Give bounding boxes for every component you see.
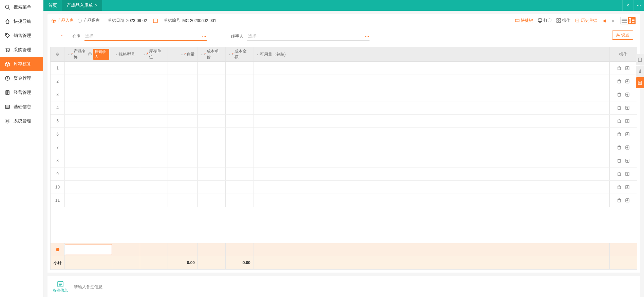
cell-spec[interactable] [112,101,140,114]
side-tab-1[interactable] [636,54,644,65]
add-icon[interactable] [625,132,630,137]
history-button[interactable]: 历史单据 [575,18,597,23]
add-icon[interactable] [625,198,630,203]
cell-available[interactable] [253,75,610,88]
next-arrow-icon[interactable]: ▶ [611,18,615,23]
cell-unit[interactable] [140,101,168,114]
header-cost[interactable]: ▲▼*成本单价 [198,47,226,61]
topbar-more-button[interactable]: ⋯ [633,0,644,11]
table-row[interactable]: 9 [51,167,637,181]
cell-available[interactable] [253,243,610,256]
cell-unit[interactable] [140,181,168,194]
cell-spec[interactable] [112,167,140,180]
cell-available[interactable] [253,154,610,167]
cell-amount[interactable] [226,181,253,194]
shortcut-button[interactable]: 快捷键 [515,18,533,23]
cell-product[interactable] [65,75,112,88]
delete-icon[interactable] [617,132,622,137]
sidebar-item-base[interactable]: 基础信息 [0,100,43,114]
tab-document[interactable]: 产成品入库单 × [62,0,102,11]
cell-unit[interactable] [140,141,168,154]
add-icon[interactable] [625,145,630,150]
cell-cost[interactable] [198,128,226,141]
cell-qty[interactable] [168,167,198,180]
add-icon[interactable] [625,66,630,71]
add-icon[interactable] [625,158,630,163]
cell-spec[interactable] [112,115,140,127]
cell-qty[interactable] [168,181,198,194]
cell-amount[interactable] [226,141,253,154]
cell-qty[interactable] [168,115,198,127]
topbar-close-button[interactable]: × [622,0,633,11]
cell-amount[interactable] [226,167,253,180]
sidebar-item-operate[interactable]: 经营管理 [0,85,43,100]
cell-unit[interactable] [140,194,168,207]
table-row[interactable]: 1 [51,62,637,75]
operate-button[interactable]: 操作 [556,18,570,23]
cell-amount[interactable] [226,115,253,127]
cell-cost[interactable] [198,115,226,127]
delete-icon[interactable] [617,158,622,163]
header-unit[interactable]: ▲▼*库存单位 [140,47,168,61]
cell-available[interactable] [253,181,610,194]
cell-cost[interactable] [198,75,226,88]
cell-unit[interactable] [140,88,168,101]
cell-spec[interactable] [112,154,140,167]
header-qty[interactable]: ▲▼*数量 [168,47,198,61]
scan-badge[interactable]: 扫码录入 [93,49,109,60]
cell-available[interactable] [253,88,610,101]
cell-product[interactable] [65,194,112,207]
cell-product[interactable] [65,101,112,114]
sidebar-item-search[interactable]: 搜索菜单 [0,0,43,14]
more-icon[interactable]: ··· [365,34,370,39]
cell-unit[interactable] [140,154,168,167]
cell-product[interactable] [65,141,112,154]
cell-available[interactable] [253,167,610,180]
help-icon[interactable]: ? [88,52,92,56]
sidebar-item-purchase[interactable]: 采购管理 [0,43,43,57]
delete-icon[interactable] [617,66,622,71]
cell-spec[interactable] [112,194,140,207]
cell-spec[interactable] [112,128,140,141]
radio-product-in[interactable]: 产品入库 [52,18,74,23]
calendar-icon[interactable] [153,18,158,23]
sidebar-item-fund[interactable]: 资金管理 [0,71,43,85]
remarks-input[interactable] [74,284,634,289]
radio-product-out[interactable]: 产品退库 [78,18,100,23]
cell-cost[interactable] [198,181,226,194]
cell-qty[interactable] [168,88,198,101]
cell-cost[interactable] [198,243,226,256]
add-icon[interactable] [625,185,630,190]
table-row[interactable]: 3 [51,88,637,101]
sidebar-item-inventory[interactable]: 库存核算 [0,57,43,71]
cell-spec[interactable] [112,243,140,256]
delete-icon[interactable] [617,198,622,203]
cell-cost[interactable] [198,167,226,180]
cell-product[interactable] [65,128,112,141]
delete-icon[interactable] [617,172,622,176]
view-detail-button[interactable] [628,17,636,24]
add-icon[interactable] [625,92,630,97]
cell-qty[interactable] [168,243,198,256]
cell-qty[interactable] [168,62,198,75]
cell-product[interactable] [65,167,112,180]
prev-arrow-icon[interactable]: ◀ [602,18,606,23]
view-list-button[interactable] [621,17,628,24]
cell-spec[interactable] [112,141,140,154]
add-icon[interactable] [625,79,630,84]
add-icon[interactable] [625,172,630,176]
cell-cost[interactable] [198,62,226,75]
table-row[interactable]: 10 [51,181,637,194]
header-gear[interactable]: ⚙ [51,47,65,61]
cell-available[interactable] [253,128,610,141]
cell-unit[interactable] [140,243,168,256]
cell-qty[interactable] [168,194,198,207]
header-spec[interactable]: ▲▼规格型号 [112,47,140,61]
cell-amount[interactable] [226,75,253,88]
cell-available[interactable] [253,62,610,75]
delete-icon[interactable] [617,79,622,84]
cell-product[interactable] [65,88,112,101]
handler-input[interactable]: 选择... ··· [247,32,370,41]
side-tab-2[interactable] [636,66,644,77]
cell-product[interactable] [65,243,112,256]
